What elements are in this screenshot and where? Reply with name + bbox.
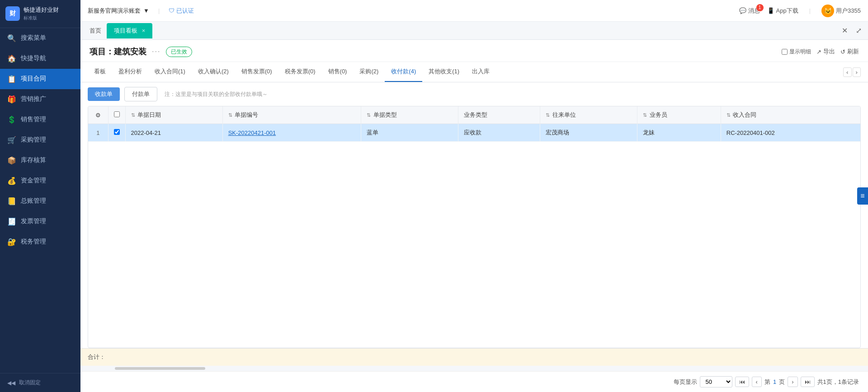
project-name: 新服务官网演示账套 <box>88 7 141 15</box>
show-detail-input[interactable] <box>782 49 788 55</box>
subtab-profit[interactable]: 盈利分析 <box>112 62 148 82</box>
sidebar-item-tax[interactable]: 🔐 税务管理 <box>0 232 80 252</box>
subtab-purchase[interactable]: 采购(2) <box>353 62 385 82</box>
maximize-window-button[interactable]: ⤢ <box>853 24 864 37</box>
export-icon: ↗ <box>816 48 821 55</box>
sidebar: 财 畅捷通好业财 标准版 🔍 搜索菜单 🏠 快捷导航 📋 项目合同 🎁 营销推广… <box>0 0 80 392</box>
sort-icon: ⇅ <box>367 112 371 118</box>
last-page-button[interactable]: ⏭ <box>801 377 815 387</box>
topbar-certified: 🛡 已认证 <box>169 7 194 15</box>
subtab-kanban[interactable]: 看板 <box>88 62 112 82</box>
data-table: ⚙ ⇅ 单据日期 ⇅ 单据编号 <box>88 106 861 348</box>
tabbar-controls: ✕ ⤢ <box>839 24 864 37</box>
sidebar-unpin-button[interactable]: ◀◀ 取消固定 <box>0 373 80 392</box>
subtab-income-confirm[interactable]: 收入确认(2) <box>192 62 235 82</box>
biz-type-column-header[interactable]: 业务类型 <box>458 106 540 124</box>
sidebar-version: 标准版 <box>24 15 59 21</box>
subtab-tax-invoice[interactable]: 税务发票(0) <box>278 62 322 82</box>
row-select-checkbox[interactable] <box>114 129 120 135</box>
table-row[interactable]: 1 2022-04-21 SK-20220421-001 蓝单 应收款 宏茂商场 <box>88 124 860 142</box>
book-icon: 📒 <box>7 197 16 206</box>
scrollbar-thumb[interactable] <box>115 367 205 370</box>
next-page-button[interactable]: › <box>788 377 797 387</box>
row-code[interactable]: SK-20220421-001 <box>222 124 361 142</box>
subtab-next-button[interactable]: › <box>853 67 861 77</box>
subtab-sales[interactable]: 销售(0) <box>322 62 354 82</box>
filter-note: 注：这里是与项目关联的全部收付款单哦～ <box>165 91 268 98</box>
filter-bar: 收款单 付款单 注：这里是与项目关联的全部收付款单哦～ <box>80 82 868 106</box>
sidebar-item-search[interactable]: 🔍 搜索菜单 <box>0 28 80 48</box>
date-column-header[interactable]: ⇅ 单据日期 <box>125 106 222 124</box>
refresh-button[interactable]: ↺ 刷新 <box>840 48 859 56</box>
row-number: 1 <box>88 124 108 142</box>
phone-icon: 📱 <box>767 7 774 14</box>
row-checkbox[interactable] <box>108 124 125 142</box>
sidebar-item-invoice[interactable]: 🧾 发票管理 <box>0 211 80 232</box>
sidebar-float-icon: ≡ <box>860 192 864 200</box>
page-size-select[interactable]: 50 100 200 <box>700 376 732 387</box>
horizontal-scrollbar[interactable] <box>80 366 868 371</box>
settings-column-header[interactable]: ⚙ <box>88 106 108 124</box>
sort-icon: ⇅ <box>546 112 550 118</box>
subtab-income-contract[interactable]: 收入合同(1) <box>148 62 192 82</box>
receipt-filter-button[interactable]: 收款单 <box>88 87 120 101</box>
prev-page-button[interactable]: ‹ <box>752 377 762 387</box>
row-date: 2022-04-21 <box>125 124 222 142</box>
money-icon: 💰 <box>7 177 16 185</box>
sidebar-header: 财 畅捷通好业财 标准版 <box>0 0 80 28</box>
subtabs: 看板 盈利分析 收入合同(1) 收入确认(2) 销售发票(0) 税务发票(0) <box>80 62 868 82</box>
contract-icon: 📋 <box>7 75 16 83</box>
page-content: 项目：建筑安装 ··· 已生效 显示明细 ↗ 导出 ↺ 刷新 <box>80 40 868 392</box>
sidebar-logo: 财 <box>5 6 20 21</box>
sidebar-item-purchase[interactable]: 🛒 采购管理 <box>0 130 80 150</box>
floating-sidebar-button[interactable]: ≡ <box>857 187 868 205</box>
table-summary: 合计： <box>80 348 868 366</box>
code-column-header[interactable]: ⇅ 单据编号 <box>222 106 361 124</box>
row-type: 蓝单 <box>361 124 458 142</box>
tab-project-kanban[interactable]: 项目看板 × <box>107 23 152 38</box>
settings-icon[interactable]: ⚙ <box>95 112 101 119</box>
row-income-contract: RC-20220401-002 <box>721 124 860 142</box>
tab-home[interactable]: 首页 <box>84 23 107 38</box>
dollar-icon: 💲 <box>7 115 16 124</box>
search-icon: 🔍 <box>7 34 16 43</box>
export-button[interactable]: ↗ 导出 <box>816 48 835 56</box>
sidebar-item-ledger[interactable]: 📒 总账管理 <box>0 191 80 211</box>
tab-close-button[interactable]: × <box>142 27 146 34</box>
tax-icon: 🔐 <box>7 238 16 246</box>
sidebar-item-quicknav[interactable]: 🏠 快捷导航 <box>0 48 80 69</box>
sidebar-item-contract[interactable]: 📋 项目合同 <box>0 69 80 89</box>
invoice-icon: 🧾 <box>7 217 16 226</box>
select-all-checkbox[interactable] <box>114 111 120 117</box>
messages-button[interactable]: 💬 消息 1 <box>739 7 760 15</box>
row-partner: 宏茂商场 <box>540 124 637 142</box>
subtab-prev-button[interactable]: ‹ <box>843 67 851 77</box>
user-menu[interactable]: 🐱 用户3355 <box>821 5 861 17</box>
partner-column-header[interactable]: ⇅ 往来单位 <box>540 106 637 124</box>
topbar-project-selector[interactable]: 新服务官网演示账套 ▼ <box>88 7 149 15</box>
subtab-payment[interactable]: 收付款(4) <box>385 62 422 82</box>
salesperson-column-header[interactable]: ⇅ 业务员 <box>637 106 721 124</box>
show-detail-checkbox[interactable]: 显示明细 <box>782 48 811 56</box>
receipts-table: ⚙ ⇅ 单据日期 ⇅ 单据编号 <box>88 106 860 142</box>
project-more-button[interactable]: ··· <box>152 48 160 56</box>
subtab-inout[interactable]: 出入库 <box>466 62 496 82</box>
sidebar-item-marketing[interactable]: 🎁 营销推广 <box>0 89 80 110</box>
app-download-button[interactable]: 📱 App下载 <box>767 7 798 15</box>
income-contract-column-header[interactable]: ⇅ 收入合同 <box>721 106 860 124</box>
row-biz-type: 应收款 <box>458 124 540 142</box>
pagination-summary: 共1页，1条记录 <box>817 378 859 386</box>
close-window-button[interactable]: ✕ <box>839 24 850 37</box>
type-column-header[interactable]: ⇅ 单据类型 <box>361 106 458 124</box>
sidebar-item-inventory[interactable]: 📦 库存核算 <box>0 150 80 171</box>
current-page: 1 <box>773 378 776 385</box>
sidebar-item-finance[interactable]: 💰 资金管理 <box>0 171 80 191</box>
dropdown-icon: ▼ <box>143 7 149 14</box>
payment-filter-button[interactable]: 付款单 <box>124 87 157 101</box>
first-page-button[interactable]: ⏮ <box>735 377 749 387</box>
sidebar-item-sales[interactable]: 💲 销售管理 <box>0 110 80 130</box>
subtab-other-expense[interactable]: 其他收支(1) <box>422 62 466 82</box>
topbar: 新服务官网演示账套 ▼ | 🛡 已认证 💬 消息 1 📱 App下载 | 🐱 用… <box>80 0 868 22</box>
project-header: 项目：建筑安装 ··· 已生效 显示明细 ↗ 导出 ↺ 刷新 <box>80 40 868 62</box>
subtab-sales-invoice[interactable]: 销售发票(0) <box>235 62 278 82</box>
